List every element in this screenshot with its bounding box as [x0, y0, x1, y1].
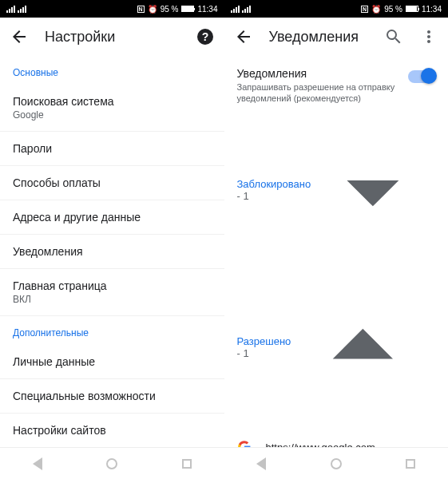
item-title: Уведомления [13, 245, 212, 258]
item-title: Личные данные [13, 355, 212, 368]
battery-icon [181, 6, 194, 12]
nav-home-button[interactable] [328, 456, 344, 472]
item-title: Главная страница [13, 279, 212, 292]
allowed-label: Разрешено [237, 335, 291, 347]
help-icon: ? [196, 27, 215, 46]
item-subtitle: Google [13, 109, 212, 121]
nav-home-button[interactable] [104, 456, 120, 472]
nfc-icon: N [137, 6, 145, 13]
site-item[interactable]: https://www.google.com [224, 430, 449, 447]
nav-back-button[interactable] [30, 456, 46, 472]
notif-desc: Запрашивать разрешение на отправку уведо… [237, 81, 399, 105]
search-icon [384, 27, 403, 46]
signal-icon [242, 6, 251, 13]
notif-toggle[interactable] [408, 70, 435, 83]
nav-bar [224, 447, 449, 479]
item-title: Адреса и другие данные [13, 211, 212, 224]
page-title: Настройки [45, 29, 180, 46]
battery-icon [406, 6, 418, 12]
battery-pct: 95 % [161, 5, 179, 14]
help-button[interactable]: ? [196, 27, 215, 46]
header: Уведомления [224, 18, 449, 56]
signal-icon [18, 6, 26, 13]
page-title: Уведомления [269, 29, 369, 46]
passwords-item[interactable]: Пароли [0, 132, 224, 166]
chevron-down-icon [311, 129, 435, 253]
allowed-row[interactable]: Разрешено - 1 [224, 263, 449, 430]
notifications-screen: N ⏰ 95 % 11:34 Уведомления Уведомления З… [224, 0, 449, 479]
blocked-count: - 1 [237, 190, 249, 202]
nav-recent-button[interactable] [402, 456, 418, 472]
signal-icon [6, 6, 15, 13]
item-subtitle: ВКЛ [13, 294, 212, 305]
accessibility-item[interactable]: Специальные возможности [0, 379, 224, 414]
arrow-back-icon [234, 27, 253, 46]
addresses-item[interactable]: Адреса и другие данные [0, 200, 224, 235]
item-title: Настройки сайтов [13, 424, 212, 437]
blocked-label: Заблокировано [237, 178, 311, 190]
section-basic: Основные [0, 56, 224, 85]
more-button[interactable] [419, 27, 438, 46]
alarm-icon: ⏰ [371, 5, 381, 14]
back-button[interactable] [10, 27, 29, 46]
notif-title: Уведомления [237, 67, 399, 80]
settings-screen: N ⏰ 95 % 11:34 Настройки ? Основные Поис… [0, 0, 224, 479]
section-advanced: Дополнительные [0, 316, 224, 345]
allowed-count: - 1 [237, 347, 249, 359]
notif-toggle-row: Уведомления Запрашивать разрешение на от… [224, 56, 449, 117]
item-title: Способы оплаты [13, 176, 212, 189]
status-time: 11:34 [422, 5, 442, 14]
homepage-item[interactable]: Главная страница ВКЛ [0, 269, 224, 316]
search-button[interactable] [384, 27, 403, 46]
nfc-icon: N [361, 6, 368, 13]
notifications-item[interactable]: Уведомления [0, 235, 224, 269]
status-bar: N ⏰ 95 % 11:34 [224, 0, 449, 18]
search-engine-item[interactable]: Поисковая система Google [0, 85, 224, 132]
status-bar: N ⏰ 95 % 11:34 [0, 0, 224, 18]
google-favicon [237, 440, 252, 447]
notif-content: Уведомления Запрашивать разрешение на от… [224, 56, 449, 447]
alarm-icon: ⏰ [148, 5, 157, 14]
nav-recent-button[interactable] [179, 456, 195, 472]
personal-data-item[interactable]: Личные данные [0, 345, 224, 379]
item-title: Пароли [13, 142, 212, 155]
signal-icon [231, 6, 240, 13]
arrow-back-icon [10, 27, 29, 46]
battery-pct: 95 % [384, 5, 402, 14]
item-title: Специальные возможности [13, 390, 212, 402]
site-settings-item[interactable]: Настройки сайтов [0, 414, 224, 447]
blocked-row[interactable]: Заблокировано - 1 [224, 117, 449, 264]
more-vert-icon [419, 27, 438, 46]
chevron-up-icon [291, 275, 435, 419]
payment-item[interactable]: Способы оплаты [0, 166, 224, 200]
settings-list[interactable]: Основные Поисковая система Google Пароли… [0, 56, 224, 447]
svg-text:?: ? [201, 30, 208, 43]
back-button[interactable] [234, 27, 253, 46]
status-time: 11:34 [197, 5, 217, 14]
item-title: Поисковая система [13, 95, 212, 108]
nav-bar [0, 447, 224, 479]
nav-back-button[interactable] [253, 456, 269, 472]
site-url: https://www.google.com [266, 441, 375, 447]
header: Настройки ? [0, 18, 224, 56]
